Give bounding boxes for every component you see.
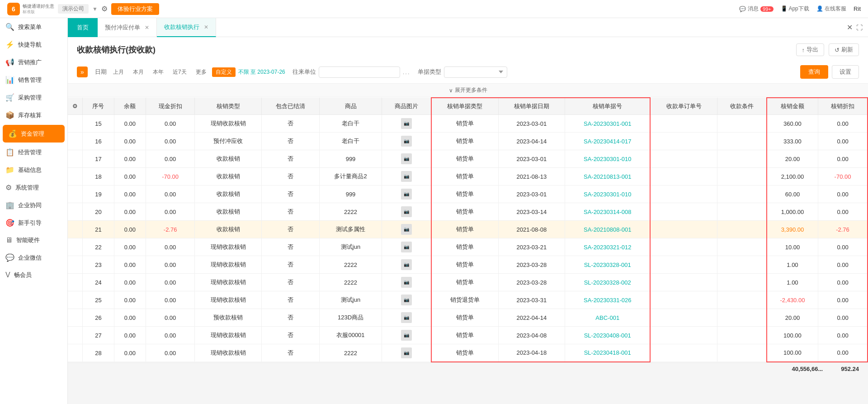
messages-btn[interactable]: 💬 消息 99+ (739, 5, 774, 13)
td-writeoff-discount: 0.00 (818, 133, 868, 150)
date-btn-prev-month[interactable]: 上月 (109, 67, 127, 77)
td-bill-no[interactable]: ABC-001 (565, 309, 651, 327)
partner-dots[interactable]: ... (403, 69, 410, 76)
sidebar-item-smart-hw[interactable]: 🖥 智能硬件 (0, 232, 67, 249)
tab-prepay-close[interactable]: ✕ (145, 24, 149, 31)
td-bill-no[interactable]: SL-20230418-001 (565, 344, 651, 362)
sidebar-item-quick-nav[interactable]: ⚡ 快捷导航 (0, 36, 67, 53)
table-wrapper[interactable]: ⚙ 序号 余额 现金折扣 核销类型 包含已结清 商品 商品图片 核销单据类型 核… (68, 97, 868, 404)
td-writeoff-discount: 0.00 (818, 344, 868, 362)
bill-type-select[interactable] (444, 67, 507, 78)
refresh-btn[interactable]: ↺ 刷新 (829, 43, 859, 56)
industry-btn[interactable]: 体验行业方案 (111, 3, 159, 15)
td-goods: 999 (319, 185, 382, 203)
bill-no-link[interactable]: SL-20230328-001 (584, 261, 631, 268)
bill-no-link[interactable]: SA-20230414-017 (584, 138, 632, 145)
td-bill-type: 销货单 (431, 256, 498, 274)
td-bill-no[interactable]: SA-20230301-001 (565, 115, 651, 133)
sidebar-item-member[interactable]: V 畅会员 (0, 266, 67, 284)
filter-expand-arrow[interactable]: » (77, 67, 88, 77)
sidebar-item-sales[interactable]: 📊 销售管理 (0, 71, 67, 89)
setting-btn[interactable]: 设置 (832, 65, 859, 79)
td-balance: 0.00 (114, 185, 146, 203)
td-bill-no[interactable]: SA-20230331-026 (565, 291, 651, 309)
td-cash-discount: 0.00 (146, 327, 195, 344)
th-settings[interactable]: ⚙ (68, 98, 83, 115)
sidebar-item-beginner[interactable]: 🎯 新手引导 (0, 214, 67, 232)
td-bill-no[interactable]: SA-20210813-001 (565, 168, 651, 185)
bill-no-link[interactable]: SA-20230321-012 (584, 244, 632, 251)
sidebar-item-corp[interactable]: 🏢 企业协同 (0, 196, 67, 214)
bill-no-link[interactable]: ABC-001 (595, 314, 619, 321)
tab-receipt-writeoff-close[interactable]: ✕ (204, 24, 208, 30)
td-writeoff-discount: 0.00 (818, 256, 868, 274)
sidebar-label-member: 畅会员 (14, 271, 32, 279)
td-bill-no[interactable]: SA-20230414-017 (565, 133, 651, 150)
bill-no-link[interactable]: SL-20230418-001 (584, 349, 631, 356)
td-balance: 0.00 (114, 291, 146, 309)
sidebar-item-ops[interactable]: 📋 经营管理 (0, 143, 67, 161)
td-goods: 衣服00001 (319, 327, 382, 344)
bill-no-link[interactable]: SL-20230328-002 (584, 279, 631, 286)
export-btn[interactable]: ↑ 导出 (796, 43, 825, 56)
export-icon: ↑ (802, 47, 805, 53)
page-title: 收款核销执行(按收款) (77, 44, 156, 55)
close-window-icon[interactable]: ✕ (847, 23, 853, 32)
bill-no-link[interactable]: SA-20230331-026 (584, 297, 632, 304)
sidebar-item-wechat[interactable]: 💬 企业微信 (0, 249, 67, 266)
date-btn-custom[interactable]: 自定义 (212, 67, 236, 77)
sidebar-item-purchase[interactable]: 🛒 采购管理 (0, 89, 67, 106)
bill-no-link[interactable]: SL-20230408-001 (584, 332, 631, 339)
fullscreen-icon[interactable]: ⛶ (856, 24, 863, 31)
td-writeoff-type: 收款核销 (195, 185, 261, 203)
online-service-btn[interactable]: 👤 在线客服 (816, 5, 846, 13)
expand-more-btn[interactable]: ∨ 展开更多条件 (449, 86, 487, 94)
bill-no-link[interactable]: SA-20230301-001 (584, 120, 632, 127)
bill-no-link[interactable]: SA-20230301-010 (584, 156, 632, 162)
td-balance: 0.00 (114, 115, 146, 133)
td-goods: 2222 (319, 274, 382, 291)
td-goods: 2222 (319, 344, 382, 362)
sidebar-item-inventory[interactable]: 📦 库存核算 (0, 106, 67, 124)
td-goods-image: 📷 (382, 291, 431, 309)
td-bill-no[interactable]: SL-20230408-001 (565, 327, 651, 344)
td-no: 27 (83, 327, 114, 344)
td-goods-image: 📷 (382, 274, 431, 291)
bill-no-link[interactable]: SA-20210808-001 (584, 226, 632, 233)
tab-receipt-writeoff[interactable]: 收款核销执行 ✕ (157, 18, 216, 37)
td-bill-no[interactable]: SL-20230328-001 (565, 256, 651, 274)
sidebar-item-system[interactable]: ⚙ 系统管理 (0, 179, 67, 196)
td-bill-no[interactable]: SA-20230301-010 (565, 185, 651, 203)
tab-home[interactable]: 首页 (68, 18, 98, 37)
td-goods-image: 📷 (382, 238, 431, 256)
table-row: 27 0.00 0.00 现销收款核销 否 衣服00001 📷 销货单 2023… (68, 327, 868, 344)
bill-no-link[interactable]: SA-20210813-001 (584, 173, 632, 180)
td-receipt-order-no (650, 150, 717, 168)
app-download-btn[interactable]: 📱 App下载 (781, 5, 809, 13)
tab-prepay[interactable]: 预付冲应付单 ✕ (98, 18, 157, 37)
date-btn-more[interactable]: 更多 (192, 67, 210, 77)
td-bill-no[interactable]: SA-20230301-010 (565, 150, 651, 168)
td-bill-no[interactable]: SA-20230321-012 (565, 238, 651, 256)
td-bill-no[interactable]: SA-20210808-001 (565, 221, 651, 238)
bill-no-link[interactable]: SA-20230301-010 (584, 191, 632, 198)
date-buttons: 上月 本月 本年 近7天 更多 自定义 (109, 67, 236, 77)
td-writeoff-amount: 360.00 (767, 115, 818, 133)
settings-icon[interactable]: ⚙ (101, 5, 108, 13)
company-name[interactable]: 演示公司 (58, 4, 89, 14)
td-bill-no[interactable]: SA-20230314-008 (565, 203, 651, 221)
td-bill-type: 销货单 (431, 150, 498, 168)
partner-input[interactable] (319, 67, 400, 78)
sidebar-item-marketing[interactable]: 📢 营销推广 (0, 53, 67, 71)
dropdown-arrow[interactable]: ▼ (92, 6, 98, 12)
sidebar-item-finance[interactable]: 💰 资金管理 (3, 125, 65, 143)
query-btn[interactable]: 查询 (800, 65, 828, 79)
date-btn-curr-month[interactable]: 本月 (129, 67, 147, 77)
bill-no-link[interactable]: SA-20230314-008 (584, 209, 632, 215)
sidebar-item-basic[interactable]: 📁 基础信息 (0, 161, 67, 179)
date-btn-7days[interactable]: 近7天 (169, 67, 190, 77)
td-bill-no[interactable]: SL-20230328-002 (565, 274, 651, 291)
sidebar-item-search-menu[interactable]: 🔍 搜索菜单 (0, 18, 67, 36)
td-bill-type: 销货单 (431, 168, 498, 185)
date-btn-curr-year[interactable]: 本年 (149, 67, 167, 77)
